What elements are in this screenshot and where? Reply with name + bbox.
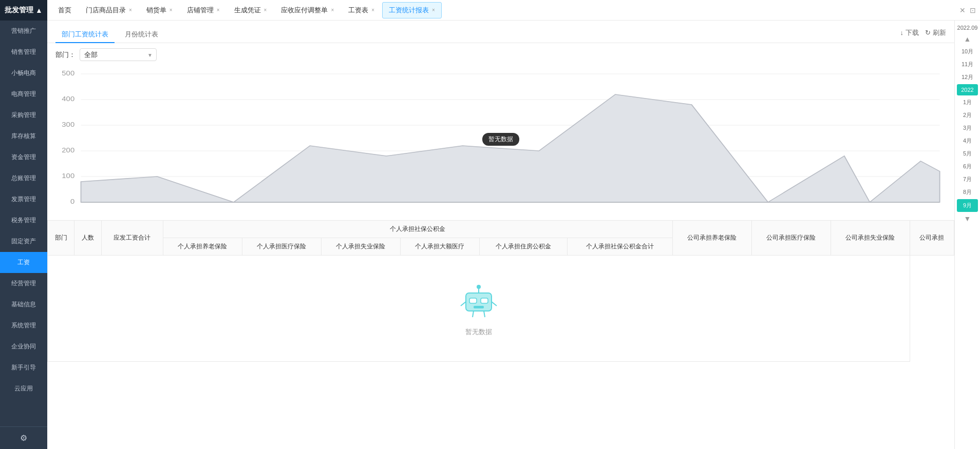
sub-tab-month[interactable]: 月份统计表 xyxy=(119,27,164,43)
timeline-nov[interactable]: 11月 xyxy=(955,58,980,71)
sidebar-item-库存核算[interactable]: 库存核算 xyxy=(0,126,47,147)
tab-close-icon[interactable]: × xyxy=(432,7,435,13)
refresh-label: 刷新 xyxy=(933,28,946,37)
table-area[interactable]: 部门 人数 应发工资合计 个人承担社保公积金 公司承担养老保险 公司承担医疗保险… xyxy=(47,220,954,449)
tab-销货单[interactable]: 销货单× xyxy=(140,2,179,18)
sidebar-item-小畅电商[interactable]: 小畅电商 xyxy=(0,63,47,84)
tab-应收应付调整单[interactable]: 应收应付调整单× xyxy=(274,2,341,18)
svg-marker-12 xyxy=(81,94,940,202)
tab-首页[interactable]: 首页 xyxy=(51,2,78,18)
sidebar-footer[interactable]: ⚙ xyxy=(0,426,47,449)
sidebar-item-企业协同[interactable]: 企业协同 xyxy=(0,336,47,357)
empty-text: 暂无数据 xyxy=(465,327,492,337)
timeline-up-nav[interactable]: ▲ xyxy=(962,33,973,45)
tab-生成凭证[interactable]: 生成凭证× xyxy=(228,2,274,18)
refresh-icon: ↻ xyxy=(925,29,931,36)
sidebar-item-固定资产[interactable]: 固定资产 xyxy=(0,231,47,252)
th-p-large-medical: 个人承担大额医疗 xyxy=(400,238,479,256)
empty-icon xyxy=(458,280,499,321)
sidebar-item-采购管理[interactable]: 采购管理 xyxy=(0,105,47,126)
sidebar-item-经营管理[interactable]: 经营管理 xyxy=(0,273,47,294)
svg-line-22 xyxy=(484,311,485,317)
page-content: 部门工资统计表 月份统计表 ↓ 下载 ↻ 刷新 部门： xyxy=(47,21,980,449)
timeline-jun[interactable]: 6月 xyxy=(955,160,980,173)
main-area: 首页门店商品目录×销货单×店铺管理×生成凭证×应收应付调整单×工资表×工资统计报… xyxy=(47,0,980,449)
data-table: 部门 人数 应发工资合计 个人承担社保公积金 公司承担养老保险 公司承担医疗保险… xyxy=(47,220,954,362)
svg-text:200: 200 xyxy=(62,147,74,153)
th-total-wage: 应发工资合计 xyxy=(101,221,163,256)
close-all-icon[interactable]: ✕ xyxy=(959,6,966,14)
tab-工资表[interactable]: 工资表× xyxy=(342,2,381,18)
dept-select-wrapper: 全部 xyxy=(80,48,157,61)
toolbar: 部门： 全部 xyxy=(47,43,954,66)
tab-close-icon[interactable]: × xyxy=(129,7,132,13)
timeline-mar[interactable]: 3月 xyxy=(955,122,980,134)
sidebar: 批发管理 ▲ 营销推广销售管理小畅电商电商管理采购管理库存核算资金管理总账管理发… xyxy=(0,0,47,449)
sidebar-item-云应用[interactable]: 云应用 xyxy=(0,378,47,399)
svg-rect-16 xyxy=(474,306,484,308)
sidebar-item-系统管理[interactable]: 系统管理 xyxy=(0,315,47,336)
timeline-dec[interactable]: 12月 xyxy=(955,71,980,84)
sidebar-item-基础信息[interactable]: 基础信息 xyxy=(0,294,47,315)
svg-text:500: 500 xyxy=(62,70,74,76)
th-personal-social: 个人承担社保公积金 xyxy=(163,221,672,238)
sub-tab-dept[interactable]: 部门工资统计表 xyxy=(55,27,115,43)
timeline-sep[interactable]: 9月 xyxy=(957,199,978,212)
tab-close-icon[interactable]: × xyxy=(264,7,267,13)
th-p-total: 个人承担社保公积金合计 xyxy=(567,238,672,256)
tab-工资统计报表[interactable]: 工资统计报表× xyxy=(382,2,442,18)
timeline-oct[interactable]: 10月 xyxy=(955,45,980,58)
timeline-jan[interactable]: 1月 xyxy=(955,96,980,109)
sidebar-item-总账管理[interactable]: 总账管理 xyxy=(0,168,47,189)
tab-label: 店铺管理 xyxy=(187,6,214,15)
tab-close-icon[interactable]: × xyxy=(331,7,334,13)
timeline-may[interactable]: 5月 xyxy=(955,147,980,160)
timeline-year[interactable]: 2022 xyxy=(957,84,978,95)
timeline-top-label: 2022.09 xyxy=(956,23,979,33)
toolbar-left: 部门： 全部 xyxy=(55,48,157,61)
tab-label: 首页 xyxy=(58,6,71,15)
svg-line-20 xyxy=(492,302,497,306)
th-company-medical: 公司承担医疗保险 xyxy=(751,221,831,256)
th-company-unemp: 公司承担失业保险 xyxy=(831,221,910,256)
timeline-panel: 2022.09 ▲ 10月 11月 12月 2022 1月 2月 3月 4月 5… xyxy=(954,21,980,449)
svg-text:400: 400 xyxy=(62,95,74,102)
svg-line-21 xyxy=(473,311,474,317)
tab-店铺管理[interactable]: 店铺管理× xyxy=(180,2,227,18)
sidebar-item-资金管理[interactable]: 资金管理 xyxy=(0,147,47,168)
timeline-feb[interactable]: 2月 xyxy=(955,109,980,122)
restore-icon[interactable]: ⊡ xyxy=(970,6,976,14)
tab-label: 应收应付调整单 xyxy=(281,6,328,15)
sidebar-header[interactable]: 批发管理 ▲ xyxy=(0,0,47,21)
empty-cell: 暂无数据 xyxy=(48,256,910,362)
sidebar-item-发票管理[interactable]: 发票管理 xyxy=(0,189,47,210)
empty-state: 暂无数据 xyxy=(51,260,907,357)
timeline-apr[interactable]: 4月 xyxy=(955,134,980,147)
svg-line-19 xyxy=(461,302,466,306)
tab-close-icon[interactable]: × xyxy=(169,7,173,13)
dept-select[interactable]: 全部 xyxy=(80,48,157,61)
settings-icon[interactable]: ⚙ xyxy=(20,434,27,442)
timeline-aug[interactable]: 8月 xyxy=(955,186,980,199)
tab-label: 门店商品目录 xyxy=(86,6,126,15)
download-button[interactable]: ↓ 下载 xyxy=(900,28,919,37)
tab-门店商品目录[interactable]: 门店商品目录× xyxy=(79,2,139,18)
timeline-down-nav[interactable]: ▼ xyxy=(962,212,973,225)
sidebar-item-营销推广[interactable]: 营销推广 xyxy=(0,21,47,42)
tab-label: 销货单 xyxy=(146,6,166,15)
refresh-button[interactable]: ↻ 刷新 xyxy=(925,28,946,37)
sidebar-title: 批发管理 xyxy=(5,6,33,15)
sidebar-arrow: ▲ xyxy=(35,6,43,14)
sidebar-item-新手引导[interactable]: 新手引导 xyxy=(0,357,47,378)
sidebar-item-税务管理[interactable]: 税务管理 xyxy=(0,210,47,231)
dept-label: 部门： xyxy=(55,50,76,60)
tab-close-icon[interactable]: × xyxy=(371,7,374,13)
sidebar-item-销售管理[interactable]: 销售管理 xyxy=(0,42,47,63)
tab-label: 工资统计报表 xyxy=(389,6,429,15)
th-p-medical: 个人承担医疗保险 xyxy=(242,238,321,256)
tab-close-icon[interactable]: × xyxy=(217,7,220,13)
svg-text:300: 300 xyxy=(62,121,74,128)
timeline-jul[interactable]: 7月 xyxy=(955,173,980,186)
sidebar-item-电商管理[interactable]: 电商管理 xyxy=(0,84,47,105)
sidebar-item-工资[interactable]: 工资 xyxy=(0,252,47,273)
